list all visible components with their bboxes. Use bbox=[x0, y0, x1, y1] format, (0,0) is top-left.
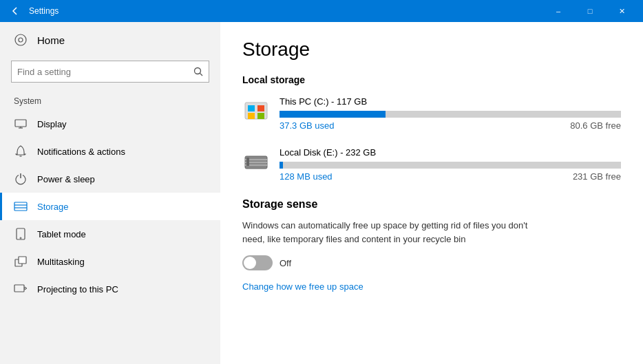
search-input[interactable] bbox=[11, 61, 209, 83]
svg-point-2 bbox=[195, 68, 201, 74]
storage-label: Storage bbox=[37, 202, 69, 212]
maximize-button[interactable]: □ bbox=[574, 0, 606, 22]
drive-e-free: 231 GB free bbox=[573, 171, 621, 182]
svg-rect-11 bbox=[17, 228, 25, 239]
drive-c-stats: 37.3 GB used 80.6 GB free bbox=[280, 120, 621, 131]
sidebar-item-multitasking[interactable]: Multitasking bbox=[0, 248, 220, 275]
sidebar-item-display[interactable]: Display bbox=[0, 110, 220, 138]
drive-e-used[interactable]: 128 MB used bbox=[280, 171, 333, 182]
drive-e-item: Local Disk (E:) - 232 GB 128 MB used 231… bbox=[242, 147, 621, 182]
svg-rect-18 bbox=[257, 105, 264, 111]
drive-e-icon bbox=[242, 147, 270, 175]
local-storage-title: Local storage bbox=[242, 74, 621, 85]
drive-c-progress bbox=[280, 111, 621, 118]
drive-e-info: Local Disk (E:) - 232 GB 128 MB used 231… bbox=[280, 147, 621, 182]
toggle-row: Off bbox=[242, 255, 621, 270]
tablet-label: Tablet mode bbox=[37, 229, 86, 239]
svg-line-3 bbox=[200, 74, 203, 76]
sidebar: Home System Display bbox=[0, 22, 220, 364]
storage-sense-description: Windows can automatically free up space … bbox=[242, 219, 545, 246]
free-up-space-link[interactable]: Change how we free up space bbox=[242, 281, 363, 292]
page-title: Storage bbox=[242, 39, 621, 61]
svg-rect-20 bbox=[257, 113, 264, 119]
power-label: Power & sleep bbox=[37, 174, 95, 184]
drive-c-used[interactable]: 37.3 GB used bbox=[280, 120, 335, 131]
drive-e-progress bbox=[280, 162, 621, 169]
drive-c-icon bbox=[242, 96, 270, 124]
sidebar-item-home[interactable]: Home bbox=[0, 22, 220, 58]
display-icon bbox=[14, 117, 28, 131]
drive-c-info: This PC (C:) - 117 GB 37.3 GB used 80.6 … bbox=[280, 96, 621, 131]
projecting-icon bbox=[14, 282, 28, 296]
svg-point-0 bbox=[15, 34, 26, 45]
svg-point-1 bbox=[19, 38, 23, 42]
projecting-label: Projecting to this PC bbox=[37, 284, 118, 295]
svg-rect-4 bbox=[15, 120, 26, 127]
drive-c-free: 80.6 GB free bbox=[570, 120, 621, 131]
app-body: Home System Display bbox=[0, 22, 643, 364]
window-controls: – □ ✕ bbox=[542, 0, 637, 22]
drive-e-name: Local Disk (E:) - 232 GB bbox=[280, 147, 621, 158]
svg-rect-14 bbox=[19, 257, 26, 264]
power-icon bbox=[14, 172, 28, 186]
titlebar: Settings – □ ✕ bbox=[0, 0, 643, 22]
notifications-label: Notifications & actions bbox=[37, 147, 125, 157]
home-label: Home bbox=[37, 34, 65, 46]
section-system-label: System bbox=[0, 91, 220, 110]
drive-c-fill bbox=[280, 111, 386, 118]
storage-sense-title: Storage sense bbox=[242, 198, 621, 211]
multitasking-label: Multitasking bbox=[37, 257, 85, 267]
window-title: Settings bbox=[29, 6, 542, 16]
drive-c-item: This PC (C:) - 117 GB 37.3 GB used 80.6 … bbox=[242, 96, 621, 131]
svg-rect-25 bbox=[246, 158, 249, 166]
storage-sense-toggle[interactable] bbox=[242, 255, 273, 270]
notifications-icon bbox=[14, 144, 28, 158]
drive-e-fill bbox=[280, 162, 283, 169]
svg-rect-8 bbox=[14, 202, 27, 211]
back-button[interactable] bbox=[6, 1, 25, 21]
display-label: Display bbox=[37, 119, 67, 129]
close-button[interactable]: ✕ bbox=[606, 0, 637, 22]
sidebar-item-power[interactable]: Power & sleep bbox=[0, 165, 220, 193]
svg-rect-19 bbox=[248, 113, 255, 119]
storage-icon bbox=[14, 200, 28, 213]
tablet-icon bbox=[14, 227, 28, 241]
search-box bbox=[11, 61, 209, 83]
sidebar-item-projecting[interactable]: Projecting to this PC bbox=[0, 275, 220, 303]
drive-c-name: This PC (C:) - 117 GB bbox=[280, 96, 621, 107]
sidebar-item-storage[interactable]: Storage bbox=[0, 193, 220, 220]
toggle-label: Off bbox=[280, 258, 291, 268]
home-icon bbox=[14, 33, 28, 47]
content-area: Storage Local storage This bbox=[220, 22, 643, 364]
toggle-knob bbox=[244, 257, 256, 269]
svg-rect-15 bbox=[14, 285, 24, 292]
multitasking-icon bbox=[14, 255, 28, 268]
drive-e-stats: 128 MB used 231 GB free bbox=[280, 171, 621, 182]
svg-point-12 bbox=[20, 237, 21, 239]
minimize-button[interactable]: – bbox=[542, 0, 574, 22]
sidebar-item-notifications[interactable]: Notifications & actions bbox=[0, 138, 220, 165]
sidebar-item-tablet[interactable]: Tablet mode bbox=[0, 220, 220, 248]
svg-rect-17 bbox=[248, 105, 255, 111]
search-button[interactable] bbox=[187, 61, 209, 83]
